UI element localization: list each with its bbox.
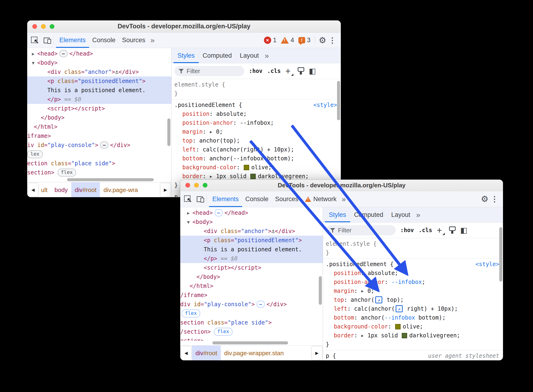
titlebar[interactable]: DevTools - developer.mozilla.org/en-US/p… [180, 180, 503, 191]
css-declaration[interactable]: position-anchor: --infobox; [171, 118, 341, 127]
crumbs-scroll-right-button[interactable]: ▶ [160, 183, 171, 197]
horizontal-scrollbar[interactable] [27, 177, 171, 182]
shorthand-expander-icon[interactable]: ▶ [362, 289, 364, 293]
css-declaration[interactable]: position: absolute; [323, 269, 503, 278]
dom-tree-row[interactable]: flex [180, 309, 323, 318]
color-swatch-olive[interactable] [244, 165, 249, 170]
css-declaration[interactable]: left: calc(anchor( right) + 10px); [323, 304, 503, 313]
tab-sources[interactable]: Sources [119, 33, 148, 48]
inspect-element-icon[interactable] [184, 195, 191, 203]
dom-tree-row[interactable]: </html> [180, 281, 323, 290]
ellipsis-badge[interactable]: ⋯ [60, 50, 68, 57]
dom-tree-row[interactable]: <div class="anchor">⚓</div> [27, 67, 171, 76]
new-style-rule-button[interactable]: + [286, 67, 293, 75]
dom-tree-row[interactable]: </p> == $0 [180, 254, 323, 263]
ellipsis-badge[interactable]: ⋯ [100, 141, 108, 149]
breadcrumb-item[interactable]: body [51, 182, 71, 197]
css-declaration[interactable]: top: anchor( top); [323, 295, 503, 304]
dom-tree-row[interactable]: </html> [27, 122, 171, 131]
dom-tree-row[interactable]: <script></script> [180, 263, 323, 272]
dom-tree-row[interactable]: This is a positioned element. [27, 86, 171, 95]
dom-tree-row[interactable]: </body> [180, 272, 323, 281]
css-declaration[interactable]: bottom: anchor(--infobox bottom); [171, 154, 341, 163]
tab-layout[interactable]: Layout [387, 207, 414, 222]
dom-tree-row[interactable]: lex [27, 149, 171, 159]
css-declaration[interactable]: background-color: olive; [323, 322, 503, 331]
settings-gear-icon[interactable]: ⚙ [480, 191, 490, 207]
css-line[interactable]: } [323, 248, 503, 257]
tab-console[interactable]: Console [89, 33, 119, 48]
vertical-scrollbar[interactable] [337, 81, 340, 120]
flex-badge[interactable]: flex [182, 309, 200, 317]
dom-tree-row[interactable]: <script></script> [27, 104, 171, 113]
settings-gear-icon[interactable]: ⚙ [317, 33, 328, 48]
styles-filter-input[interactable]: Filter [326, 225, 396, 235]
tab-sources[interactable]: Sources [272, 191, 302, 207]
external-link-icon[interactable] [375, 296, 382, 303]
breadcrumb-item[interactable]: div.page-wrapper.stan [221, 345, 287, 360]
dom-tree-row[interactable]: section>flex [27, 168, 171, 177]
css-declaration[interactable]: .positionedElement {<style> [323, 260, 503, 269]
breadcrumb-item[interactable]: div.page-wra [100, 182, 141, 197]
breadcrumb-item[interactable]: ult [39, 182, 51, 197]
breadcrumb-item[interactable]: div#root [192, 345, 221, 360]
zoom-window-button[interactable] [50, 24, 54, 29]
css-declaration[interactable]: } [323, 340, 503, 349]
css-line[interactable]: element.style { [323, 239, 503, 248]
flex-badge[interactable]: flex [214, 328, 232, 336]
scrollbar-thumb[interactable] [212, 341, 288, 344]
tab-network[interactable]: Network [302, 191, 340, 207]
css-var-link[interactable]: <style> [476, 261, 499, 267]
scrollbar-thumb[interactable] [67, 178, 154, 181]
dom-tree-row[interactable]: div id="play-console">⋯</div> [180, 300, 323, 309]
css-line[interactable]: } [171, 89, 341, 98]
dom-tree-row[interactable]: </body> [27, 113, 171, 122]
crumbs-scroll-right-button[interactable]: ▶ [311, 346, 322, 360]
device-toolbar-icon[interactable] [44, 37, 51, 44]
sidebar-toggle-icon[interactable]: ◧ [460, 226, 467, 234]
toggle-hover-state-button[interactable]: :hov [249, 68, 263, 74]
style-editor-icon[interactable] [298, 67, 304, 75]
css-declaration[interactable]: top: anchor(top); [171, 136, 341, 145]
dom-tree-row[interactable]: ▼ <body> [180, 217, 323, 226]
style-editor-icon[interactable] [449, 226, 456, 234]
crumbs-scroll-left-button[interactable]: ◀ [28, 183, 38, 197]
ellipsis-badge[interactable]: ⋯ [215, 209, 223, 216]
flex-badge[interactable]: lex [27, 150, 43, 158]
ellipsis-badge[interactable]: ⋯ [257, 301, 265, 308]
tab-elements[interactable]: Elements [209, 191, 242, 207]
css-declaration[interactable]: background-color: olive; [171, 163, 341, 172]
dom-tree-row[interactable]: ▼ <body> [27, 58, 171, 67]
dom-tree-row[interactable]: ection class="place side"> [27, 159, 171, 168]
shorthand-expander-icon[interactable]: ▶ [210, 174, 212, 179]
css-declaration[interactable]: left: calc(anchor(right) + 10px); [171, 145, 341, 154]
dom-tree-row[interactable]: ▶ <head>⋯</head> [27, 49, 171, 58]
kebab-menu-icon[interactable]: ⋮ [328, 33, 337, 48]
dom-tree-row[interactable]: /iframe> [180, 290, 323, 300]
shorthand-expander-icon[interactable]: ▶ [210, 130, 212, 134]
minimize-window-button[interactable] [194, 183, 199, 187]
tab-styles[interactable]: Styles [173, 48, 199, 63]
color-swatch-olive[interactable] [395, 324, 401, 329]
titlebar[interactable]: DevTools - developer.mozilla.org/en-US/p… [27, 20, 341, 33]
dom-tree-row[interactable]: <div class="anchor">⚓</div> [180, 226, 323, 236]
minimize-window-button[interactable] [41, 24, 46, 29]
css-line[interactable]: p {user agent stylesheet [323, 351, 503, 360]
css-declaration[interactable]: position: absolute; [171, 109, 341, 118]
tab-elements[interactable]: Elements [56, 33, 89, 48]
dom-tree-row[interactable]: This is a positioned element. [180, 245, 323, 254]
css-var-link[interactable]: <style> [313, 102, 337, 108]
vertical-scrollbar[interactable] [319, 276, 322, 305]
color-swatch-darkolivegreen[interactable] [250, 174, 256, 179]
more-tabs-icon[interactable]: » [148, 33, 157, 48]
new-style-rule-button[interactable]: + [437, 226, 444, 235]
styles-filter-input[interactable]: Filter [174, 66, 244, 76]
css-declaration[interactable]: bottom: anchor(--infobox bottom); [323, 313, 503, 322]
close-window-button[interactable] [185, 183, 190, 187]
tab-computed[interactable]: Computed [199, 48, 236, 63]
color-swatch-darkolivegreen[interactable] [402, 333, 407, 338]
dom-tree-row[interactable]: iframe> [27, 131, 171, 140]
dom-tree-row[interactable]: ▶ <head>⋯</head> [180, 208, 323, 217]
crumbs-scroll-left-button[interactable]: ◀ [181, 346, 191, 360]
external-link-icon[interactable] [396, 305, 403, 312]
